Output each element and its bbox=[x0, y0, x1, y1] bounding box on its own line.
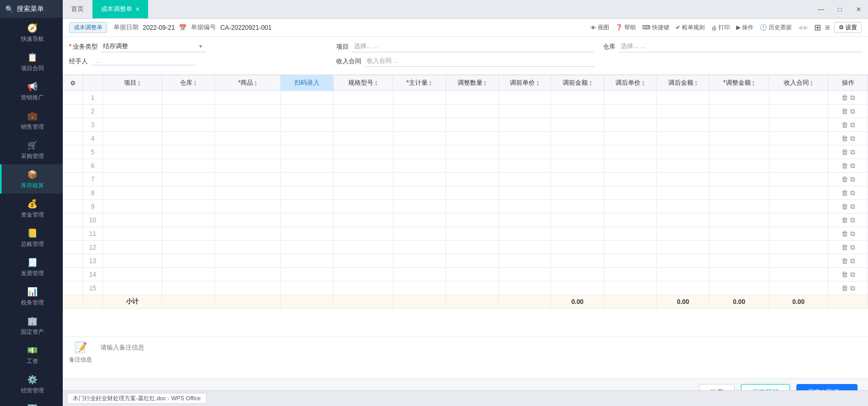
cell-row2-qty[interactable] bbox=[446, 105, 498, 118]
cell-row10-income_contract[interactable] bbox=[769, 213, 828, 227]
cell-row4-adjust_amount[interactable] bbox=[710, 132, 769, 145]
cell-row4-warehouse[interactable] bbox=[162, 132, 215, 145]
copy-icon-row12[interactable]: ⧉ bbox=[850, 243, 855, 252]
cell-row9-income_contract[interactable] bbox=[769, 200, 828, 213]
cell-row1-after_amount[interactable] bbox=[657, 91, 710, 105]
cell-row12-project[interactable] bbox=[102, 241, 162, 254]
cell-row14-after_amount[interactable] bbox=[657, 268, 710, 281]
cell-row7-adjust_amount[interactable] bbox=[710, 173, 769, 186]
cell-row6-adjust_amount[interactable] bbox=[710, 159, 769, 173]
cell-row15-after_price[interactable] bbox=[604, 281, 657, 295]
cell-row5-project[interactable] bbox=[102, 145, 162, 159]
cell-row2-warehouse[interactable] bbox=[162, 105, 215, 118]
cell-row14-product[interactable] bbox=[215, 268, 281, 281]
cell-row11-after_price[interactable] bbox=[604, 227, 657, 241]
copy-icon-row14[interactable]: ⧉ bbox=[850, 270, 855, 279]
cell-row10-before_amount[interactable] bbox=[551, 213, 604, 227]
cell-row14-scan[interactable] bbox=[281, 268, 334, 281]
cell-row5-after_amount[interactable] bbox=[657, 145, 710, 159]
doc-action-print[interactable]: 🖨打印 bbox=[711, 24, 730, 31]
cell-row10-settings[interactable] bbox=[63, 213, 83, 227]
cell-row14-income_contract[interactable] bbox=[769, 268, 828, 281]
cell-row1-scan[interactable] bbox=[281, 91, 334, 105]
cell-row6-before_amount[interactable] bbox=[551, 159, 604, 173]
cell-row4-scan[interactable] bbox=[281, 132, 334, 145]
cell-row1-project[interactable] bbox=[102, 91, 162, 105]
cell-row8-project[interactable] bbox=[102, 186, 162, 200]
cell-row8-spec[interactable] bbox=[334, 186, 393, 200]
cell-row3-scan[interactable] bbox=[281, 118, 334, 132]
cell-row3-before_amount[interactable] bbox=[551, 118, 604, 132]
cell-row15-scan[interactable] bbox=[281, 281, 334, 295]
cell-row12-adjust_amount[interactable] bbox=[710, 241, 769, 254]
sort-icon-unit[interactable]: ▲▼ bbox=[429, 80, 432, 86]
sort-icon-warehouse[interactable]: ▲▼ bbox=[193, 80, 197, 86]
cell-row8-settings[interactable] bbox=[63, 186, 83, 200]
cell-row4-spec[interactable] bbox=[334, 132, 393, 145]
cell-row13-spec[interactable] bbox=[334, 254, 393, 268]
cell-row12-settings[interactable] bbox=[63, 241, 83, 254]
cell-row2-project[interactable] bbox=[102, 105, 162, 118]
doc-action-shortcut[interactable]: ⌨快捷键 bbox=[642, 24, 669, 31]
cell-row6-project[interactable] bbox=[102, 159, 162, 173]
delete-icon-row2[interactable]: 🗑 bbox=[841, 107, 848, 115]
handler-select[interactable]: ... bbox=[91, 57, 196, 65]
notes-icon-area[interactable]: 📝 备注信息 bbox=[69, 341, 92, 364]
doc-action-view[interactable]: 👁视图 bbox=[590, 24, 609, 31]
cell-row12-spec[interactable] bbox=[334, 241, 393, 254]
cell-row11-after_amount[interactable] bbox=[657, 227, 710, 241]
delete-icon-row10[interactable]: 🗑 bbox=[841, 216, 848, 224]
cell-row1-before_price[interactable] bbox=[498, 91, 551, 105]
cell-row11-income_contract[interactable] bbox=[769, 227, 828, 241]
cell-row5-adjust_amount[interactable] bbox=[710, 145, 769, 159]
sort-icon-before_amount[interactable]: ▲▼ bbox=[589, 80, 592, 86]
table-settings-icon[interactable]: ⚙ bbox=[70, 80, 76, 87]
cell-row10-project[interactable] bbox=[102, 213, 162, 227]
cell-row15-before_price[interactable] bbox=[498, 281, 551, 295]
cell-row15-after_amount[interactable] bbox=[657, 281, 710, 295]
sidebar-item-sales-promotion[interactable]: 📢营销推广 bbox=[0, 76, 63, 106]
cell-row9-scan[interactable] bbox=[281, 200, 334, 213]
list-view-icon[interactable]: ≡ bbox=[825, 23, 830, 32]
sidebar-item-payroll[interactable]: 💵工资 bbox=[0, 340, 63, 369]
cell-row11-product[interactable] bbox=[215, 227, 281, 241]
cell-row3-qty[interactable] bbox=[446, 118, 498, 132]
cell-row14-before_amount[interactable] bbox=[551, 268, 604, 281]
cell-row12-scan[interactable] bbox=[281, 241, 334, 254]
income-contract-select[interactable]: 收入合同 ... bbox=[364, 55, 595, 67]
copy-icon-row3[interactable]: ⧉ bbox=[850, 121, 855, 129]
cell-row7-spec[interactable] bbox=[334, 173, 393, 186]
cell-row1-unit[interactable] bbox=[393, 91, 446, 105]
cell-row5-settings[interactable] bbox=[63, 145, 83, 159]
cell-row7-warehouse[interactable] bbox=[162, 173, 215, 186]
cell-row10-after_price[interactable] bbox=[604, 213, 657, 227]
cell-row8-before_amount[interactable] bbox=[551, 186, 604, 200]
sort-icon-product[interactable]: ▲▼ bbox=[254, 80, 257, 86]
cell-row5-income_contract[interactable] bbox=[769, 145, 828, 159]
copy-icon-row15[interactable]: ⧉ bbox=[850, 284, 855, 292]
cell-row9-after_price[interactable] bbox=[604, 200, 657, 213]
cell-row2-spec[interactable] bbox=[334, 105, 393, 118]
cell-row6-unit[interactable] bbox=[393, 159, 446, 173]
cell-row12-warehouse[interactable] bbox=[162, 241, 215, 254]
cell-row13-income_contract[interactable] bbox=[769, 254, 828, 268]
sort-icon-after_amount[interactable]: ▲▼ bbox=[694, 80, 698, 86]
notes-input[interactable] bbox=[98, 341, 862, 367]
cell-row8-qty[interactable] bbox=[446, 186, 498, 200]
cell-row14-before_price[interactable] bbox=[498, 268, 551, 281]
cell-row11-scan[interactable] bbox=[281, 227, 334, 241]
delete-icon-row6[interactable]: 🗑 bbox=[841, 162, 848, 170]
cell-row7-after_amount[interactable] bbox=[657, 173, 710, 186]
cell-row12-unit[interactable] bbox=[393, 241, 446, 254]
cell-row7-income_contract[interactable] bbox=[769, 173, 828, 186]
cell-row12-income_contract[interactable] bbox=[769, 241, 828, 254]
cell-row8-warehouse[interactable] bbox=[162, 186, 215, 200]
cell-row4-project[interactable] bbox=[102, 132, 162, 145]
cell-row15-spec[interactable] bbox=[334, 281, 393, 295]
cell-row12-product[interactable] bbox=[215, 241, 281, 254]
cell-row6-scan[interactable] bbox=[281, 159, 334, 173]
cell-row14-adjust_amount[interactable] bbox=[710, 268, 769, 281]
cell-row3-warehouse[interactable] bbox=[162, 118, 215, 132]
cell-row14-spec[interactable] bbox=[334, 268, 393, 281]
sidebar-item-fixed-assets[interactable]: 🏢固定资产 bbox=[0, 311, 63, 340]
